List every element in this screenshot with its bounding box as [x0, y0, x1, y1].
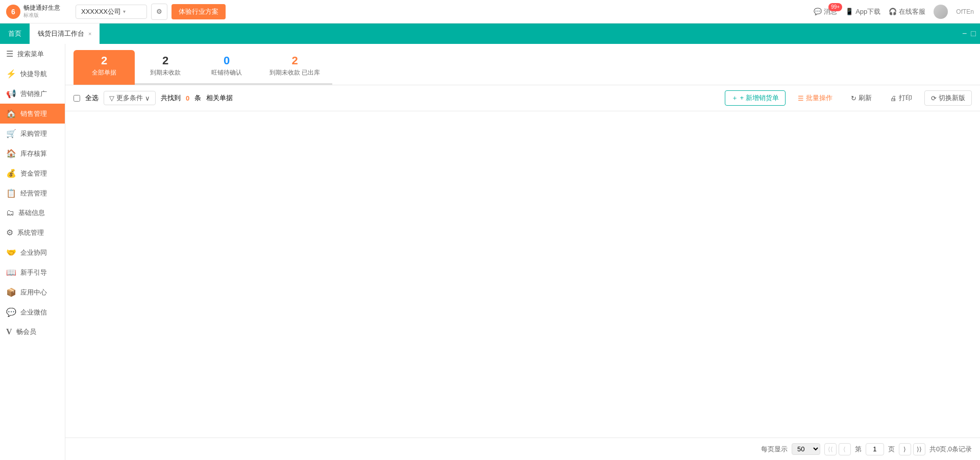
- sidebar-label-quick-nav: 快捷导航: [20, 69, 47, 79]
- refresh-icon: ↻: [851, 94, 856, 102]
- online-service-label: 在线客服: [899, 7, 925, 16]
- logo-sub: 标准版: [23, 12, 60, 19]
- page-nav: ⟨⟨ ⟨ 第 页 ⟩ ⟩⟩: [824, 443, 925, 455]
- company-name: XXXXXX公司: [81, 7, 121, 16]
- sidebar-item-guide[interactable]: 📖 新手引导: [0, 262, 65, 282]
- stats-tabs: 2 全部单据 2 到期未收款 0 旺铺待确认 2 到期未收款 已出库: [74, 50, 972, 85]
- tab-home-label: 首页: [8, 29, 21, 38]
- quick-nav-icon: ⚡: [6, 69, 16, 79]
- sidebar-label-weixin: 企业微信: [20, 308, 47, 317]
- table-area: [65, 111, 980, 438]
- sidebar-item-inventory[interactable]: 🏠 库存核算: [0, 143, 65, 163]
- stat-tab-all[interactable]: 2 全部单据: [74, 50, 135, 85]
- tab-home[interactable]: 首页: [0, 23, 30, 44]
- page-suffix-label: 页: [888, 445, 895, 454]
- batch-label: 批量操作: [806, 93, 832, 103]
- weixin-icon: 💬: [6, 307, 16, 317]
- page-input[interactable]: [866, 443, 884, 455]
- minimize-icon[interactable]: −: [962, 29, 967, 38]
- tab-work-bench-label: 钱货日清工作台: [38, 29, 84, 38]
- sidebar-label-purchase: 采购管理: [20, 129, 47, 138]
- sidebar-item-marketing[interactable]: 📢 营销推广: [0, 84, 65, 104]
- tab-close-icon[interactable]: ×: [88, 31, 91, 37]
- operation-icon: 📋: [6, 188, 16, 198]
- maximize-icon[interactable]: □: [971, 29, 976, 38]
- inventory-icon: 🏠: [6, 149, 16, 158]
- page-last-button[interactable]: ⟩⟩: [913, 443, 925, 455]
- stat-num-pending: 0: [224, 54, 230, 67]
- search-menu-icon: ☰: [6, 49, 13, 59]
- username-area[interactable]: OfTEn: [956, 8, 974, 15]
- sidebar-label-system: 系统管理: [17, 228, 44, 237]
- sidebar-label-capital: 资金管理: [20, 169, 47, 178]
- avatar[interactable]: [934, 5, 948, 19]
- page-total-info: 共0页,0条记录: [929, 445, 972, 454]
- page-size-select[interactable]: 20 50 100: [792, 443, 820, 455]
- sidebar-label-marketing: 营销推广: [20, 89, 47, 99]
- sidebar-item-search-menu[interactable]: ☰ 搜索菜单: [0, 44, 65, 64]
- sidebar-item-quick-nav[interactable]: ⚡ 快捷导航: [0, 64, 65, 84]
- sidebar-item-system[interactable]: ⚙ 系统管理: [0, 223, 65, 243]
- new-sale-button[interactable]: ＋ + 新增销货单: [725, 90, 786, 106]
- select-all-checkbox[interactable]: [74, 95, 80, 102]
- enterprise-icon: 🤝: [6, 248, 16, 257]
- print-label: 打印: [899, 93, 912, 103]
- stat-tab-overdue[interactable]: 2 到期未收款: [135, 50, 196, 85]
- service-icon: 🎧: [889, 8, 897, 15]
- sidebar-item-enterprise[interactable]: 🤝 企业协同: [0, 243, 65, 262]
- system-icon: ⚙: [6, 228, 13, 237]
- sidebar-item-base-info[interactable]: 🗂 基础信息: [0, 203, 65, 223]
- sidebar-item-app-center[interactable]: 📦 应用中心: [0, 282, 65, 302]
- batch-button[interactable]: ☰ 批量操作: [792, 91, 839, 105]
- sidebar-label-search-menu: 搜索菜单: [17, 50, 44, 59]
- page-size-label: 每页显示: [761, 445, 788, 454]
- page-next-button[interactable]: ⟩: [899, 443, 911, 455]
- plus-icon: ＋: [731, 93, 738, 103]
- batch-icon: ☰: [798, 94, 804, 102]
- filter-count-prefix: 共找到: [161, 93, 181, 103]
- refresh-label: 刷新: [859, 93, 872, 103]
- sidebar-item-operation[interactable]: 📋 经营管理: [0, 183, 65, 203]
- settings-button[interactable]: ⚙: [151, 4, 167, 20]
- filter-button[interactable]: ▽ 更多条件 ∨: [104, 91, 156, 105]
- username-text: OfTEn: [956, 8, 974, 15]
- sidebar-item-purchase[interactable]: 🛒 采购管理: [0, 124, 65, 143]
- stat-num-overdue: 2: [162, 54, 168, 67]
- page-first-button[interactable]: ⟨⟨: [824, 443, 837, 455]
- page-prev-button[interactable]: ⟨: [839, 443, 851, 455]
- print-button[interactable]: 🖨 打印: [884, 91, 918, 105]
- stat-num-all: 2: [101, 54, 107, 67]
- tab-work-bench[interactable]: 钱货日清工作台 ×: [30, 23, 100, 44]
- switch-icon: ⟳: [931, 94, 937, 102]
- sidebar-item-capital[interactable]: 💰 资金管理: [0, 163, 65, 183]
- capital-icon: 💰: [6, 168, 16, 178]
- online-service-button[interactable]: 🎧 在线客服: [889, 7, 925, 16]
- refresh-button[interactable]: ↻ 刷新: [845, 91, 878, 105]
- pagination: 每页显示 20 50 100 ⟨⟨ ⟨ 第 页 ⟩ ⟩⟩ 共0页,0条记录: [65, 438, 980, 460]
- company-selector[interactable]: XXXXXX公司 ▾: [76, 5, 147, 19]
- sidebar-item-member[interactable]: V 畅会员: [0, 322, 65, 342]
- message-button[interactable]: 💬 消息 99+: [814, 7, 837, 16]
- stat-tab-overdue-shipped[interactable]: 2 到期未收款 已出库: [257, 50, 332, 85]
- filter-icon: ▽: [109, 94, 114, 102]
- switch-version-button[interactable]: ⟳ 切换新版: [924, 90, 972, 106]
- sidebar-item-weixin[interactable]: 💬 企业微信: [0, 302, 65, 322]
- sidebar-item-sales[interactable]: 🏠 销售管理: [0, 104, 65, 124]
- filter-label: 更多条件: [116, 93, 143, 103]
- avatar-image: [934, 5, 948, 19]
- marketing-icon: 📢: [6, 89, 16, 99]
- sidebar-label-sales: 销售管理: [20, 109, 47, 118]
- stat-tab-pending[interactable]: 0 旺铺待确认: [196, 50, 257, 85]
- sidebar: ☰ 搜索菜单 ⚡ 快捷导航 📢 营销推广 🏠 销售管理 🛒 采购管理 🏠 库存核…: [0, 44, 65, 460]
- app-download-button[interactable]: 📱 App下载: [845, 7, 880, 16]
- toolbar: 全选 ▽ 更多条件 ∨ 共找到 0 条 相关单据 ＋ + 新增销货单 ☰ 批量操…: [65, 85, 980, 111]
- switch-label: 切换新版: [939, 93, 965, 103]
- content-area: 2 全部单据 2 到期未收款 0 旺铺待确认 2 到期未收款 已出库: [65, 44, 980, 460]
- logo-text: 畅捷通好生意: [23, 4, 60, 12]
- stat-label-overdue: 到期未收款: [150, 68, 181, 77]
- chevron-filter-icon: ∨: [145, 94, 150, 102]
- industry-button[interactable]: 体验行业方案: [172, 4, 226, 19]
- app-icon: 📱: [845, 8, 853, 15]
- page-label: 第: [855, 445, 862, 454]
- filter-count: 0: [186, 94, 189, 102]
